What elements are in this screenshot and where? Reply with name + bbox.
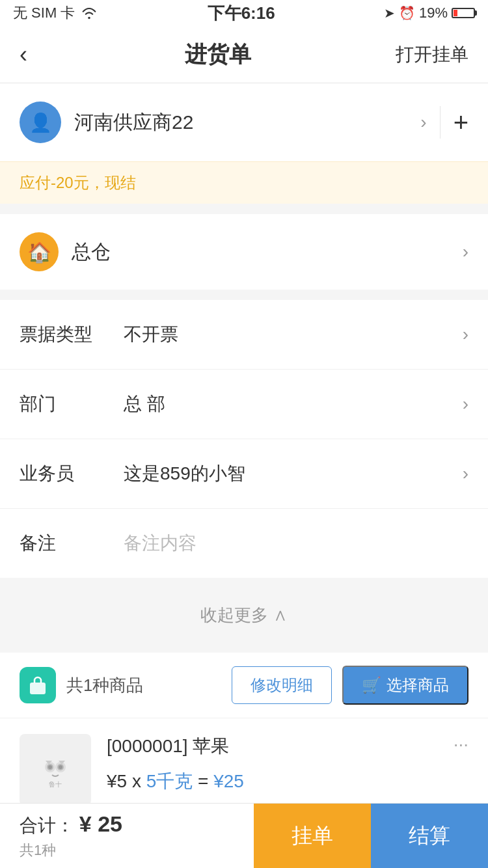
battery-label: 19% — [419, 5, 448, 21]
footer-total: 合计： ¥ 25 共1种 — [0, 811, 254, 860]
supplier-name: 河南供应商22 — [74, 109, 420, 136]
supplier-card: 👤 河南供应商22 › + 应付-20元，现结 — [0, 83, 488, 204]
nav-bar: ‹ 进货单 打开挂单 — [0, 26, 488, 83]
content: 👤 河南供应商22 › + 应付-20元，现结 🏠 总仓 › 票据类型 不开票 … — [0, 83, 488, 822]
back-button[interactable]: ‹ — [20, 41, 40, 68]
select-product-label: 选择商品 — [386, 675, 449, 696]
add-supplier-button[interactable]: + — [454, 108, 468, 137]
location-icon: ➤ — [384, 5, 395, 21]
salesperson-row[interactable]: 业务员 这是859的小智 › — [0, 439, 488, 509]
department-label: 部门 — [20, 392, 111, 416]
warehouse-name: 总仓 — [72, 239, 463, 265]
notice-banner: 应付-20元，现结 — [0, 161, 488, 204]
warehouse-card[interactable]: 🏠 总仓 › — [0, 214, 488, 290]
unit-price: ¥5 x — [107, 771, 146, 791]
warehouse-chevron-icon: › — [463, 241, 468, 262]
checkout-button[interactable]: 结算 — [371, 804, 488, 869]
quantity: 5千克 — [146, 771, 193, 791]
svg-text:鲁十: 鲁十 — [49, 781, 62, 788]
products-icon-wrap — [20, 667, 56, 703]
salesperson-label: 业务员 — [20, 461, 111, 486]
supplier-row[interactable]: 👤 河南供应商22 › + — [0, 83, 488, 161]
hang-button[interactable]: 挂单 — [254, 804, 371, 869]
carrier-label: 无 SIM 卡 — [13, 3, 75, 23]
invoice-type-label: 票据类型 — [20, 322, 111, 347]
invoice-chevron-icon: › — [463, 324, 468, 345]
products-count: 共1种商品 — [66, 674, 232, 697]
product-code: [0000001] — [107, 736, 193, 756]
select-product-button[interactable]: 🛒 选择商品 — [342, 666, 468, 705]
divider — [440, 106, 441, 139]
footer: 合计： ¥ 25 共1种 挂单 结算 — [0, 803, 488, 868]
warehouse-icon: 🏠 — [20, 232, 59, 271]
invoice-type-row[interactable]: 票据类型 不开票 › — [0, 300, 488, 370]
department-value: 总 部 — [124, 392, 463, 416]
department-chevron-icon: › — [463, 394, 468, 414]
notice-text: 应付-20元，现结 — [20, 174, 136, 191]
products-header: 共1种商品 修改明细 🛒 选择商品 — [0, 653, 488, 718]
footer-count: 共1种 — [20, 841, 234, 860]
battery-icon — [452, 8, 475, 18]
svg-rect-0 — [30, 683, 46, 694]
total-amount: ¥ 25 — [79, 811, 122, 836]
remarks-label: 备注 — [20, 531, 111, 556]
product-title: 苹果 — [193, 736, 229, 756]
supplier-chevron-icon: › — [420, 112, 426, 133]
remarks-placeholder: 备注内容 — [124, 531, 468, 556]
status-right: ➤ ⏰ 19% — [384, 5, 475, 21]
product-price: ¥5 x 5千克 = ¥25 — [107, 769, 454, 794]
page-title: 进货单 — [40, 40, 396, 70]
footer-total-row: 合计： ¥ 25 — [20, 811, 234, 838]
svg-point-6 — [59, 765, 62, 769]
collapse-label: 收起更多 ∧ — [200, 604, 287, 627]
product-owl-icon: 鲁十 — [36, 750, 75, 789]
price-equals: = — [198, 771, 213, 791]
total-label: 合计： — [20, 815, 74, 835]
select-product-icon: 🛒 — [362, 676, 381, 694]
total-price: ¥25 — [213, 771, 244, 791]
wifi-icon — [80, 7, 98, 20]
remarks-row[interactable]: 备注 备注内容 — [0, 509, 488, 578]
department-row[interactable]: 部门 总 部 › — [0, 370, 488, 439]
status-left: 无 SIM 卡 — [13, 3, 98, 23]
product-info: [0000001] 苹果 ¥5 x 5千克 = ¥25 — [107, 734, 454, 794]
collapse-button[interactable]: 收起更多 ∧ — [0, 588, 488, 642]
product-thumbnail: 鲁十 — [20, 734, 91, 806]
product-more-button[interactable]: ··· — [454, 734, 468, 755]
alarm-icon: ⏰ — [399, 5, 415, 21]
product-name: [0000001] 苹果 — [107, 734, 454, 759]
salesperson-chevron-icon: › — [463, 463, 468, 484]
products-card: 共1种商品 修改明细 🛒 选择商品 鲁十 — [0, 653, 488, 822]
supplier-avatar: 👤 — [20, 102, 61, 143]
salesperson-value: 这是859的小智 — [124, 461, 463, 486]
house-icon: 🏠 — [27, 241, 51, 264]
status-time: 下午6:16 — [208, 2, 275, 25]
warehouse-row[interactable]: 🏠 总仓 › — [0, 214, 488, 290]
status-bar: 无 SIM 卡 下午6:16 ➤ ⏰ 19% — [0, 0, 488, 26]
open-hang-button[interactable]: 打开挂单 — [396, 42, 468, 67]
invoice-type-value: 不开票 — [124, 322, 463, 347]
svg-point-5 — [48, 765, 52, 769]
edit-details-button[interactable]: 修改明细 — [232, 666, 332, 704]
form-card: 票据类型 不开票 › 部门 总 部 › 业务员 这是859的小智 › 备注 备注… — [0, 300, 488, 578]
supplier-avatar-icon: 👤 — [29, 112, 52, 133]
shopping-bag-icon — [26, 673, 49, 697]
